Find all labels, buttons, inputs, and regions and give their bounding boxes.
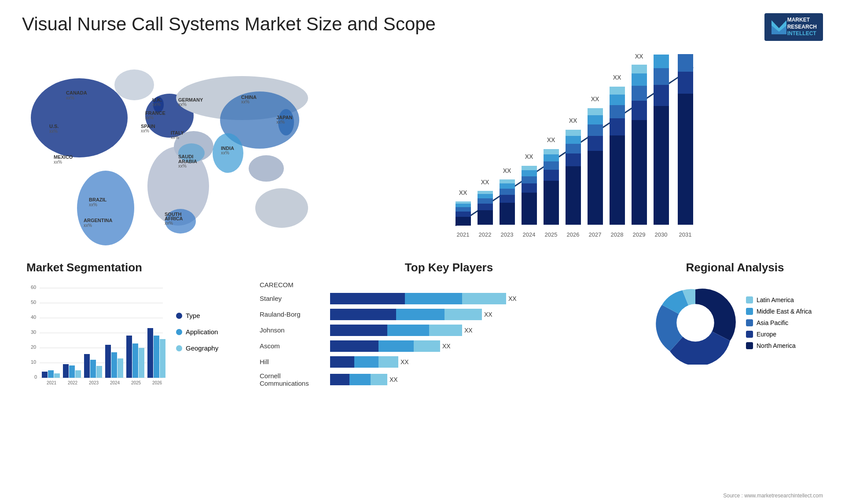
svg-text:xx%: xx% (152, 102, 161, 107)
svg-text:2031: 2031 (679, 231, 692, 238)
svg-text:xx%: xx% (178, 164, 187, 168)
svg-rect-116 (654, 68, 669, 85)
svg-rect-160 (160, 339, 165, 378)
svg-rect-117 (654, 55, 669, 68)
svg-rect-119 (678, 94, 693, 225)
latin-america-color (746, 296, 753, 303)
svg-rect-68 (500, 183, 515, 189)
svg-text:2022: 2022 (479, 231, 492, 238)
johnson-name: Johnson (260, 326, 330, 334)
svg-text:XX: XX (459, 189, 467, 196)
player-cornell: Cornell Communications XX (260, 372, 638, 387)
svg-rect-146 (84, 354, 90, 378)
svg-rect-147 (90, 360, 96, 378)
svg-rect-100 (610, 135, 625, 225)
rauland-name: Rauland-Borg (260, 310, 330, 318)
stanley-xx: XX (508, 295, 517, 302)
bar-chart-svg: XX 2021 XX 2022 XX 2023 (334, 54, 814, 248)
svg-text:2021: 2021 (457, 231, 470, 238)
svg-rect-109 (632, 86, 647, 101)
svg-rect-81 (544, 161, 559, 170)
type-dot (176, 313, 182, 319)
svg-text:2021: 2021 (47, 380, 57, 385)
svg-rect-83 (544, 149, 559, 154)
svg-rect-74 (522, 176, 537, 183)
svg-rect-82 (544, 154, 559, 161)
svg-rect-53 (456, 207, 471, 212)
logo-icon (771, 18, 787, 35)
europe-label: Europe (757, 331, 776, 338)
page-title: Visual Nurse Call Systems Market Size an… (22, 13, 436, 35)
svg-text:xx%: xx% (89, 202, 97, 207)
hill-bar (330, 356, 398, 368)
svg-text:0: 0 (34, 374, 37, 380)
map-section: CANADA xx% U.S. xx% MEXICO xx% BRAZIL xx… (22, 50, 321, 256)
svg-rect-140 (54, 373, 60, 378)
seg-legend: Type Application Geography (172, 281, 218, 387)
svg-rect-67 (500, 189, 515, 195)
svg-rect-52 (456, 212, 471, 217)
svg-rect-55 (456, 201, 471, 204)
segmentation-title: Market Segmentation (26, 261, 246, 274)
logo-text: MARKET RESEARCH INTELLECT (787, 17, 817, 37)
player-hill: Hill XX (260, 356, 638, 368)
svg-rect-156 (139, 348, 144, 378)
logo: MARKET RESEARCH INTELLECT (764, 13, 823, 41)
svg-text:10: 10 (31, 359, 36, 365)
svg-text:30: 30 (31, 329, 36, 335)
svg-text:xx%: xx% (276, 120, 285, 124)
cornell-xx: XX (389, 376, 398, 383)
svg-rect-158 (147, 328, 153, 378)
svg-rect-73 (522, 183, 537, 193)
asia-pacific-label: Asia Pacific (757, 319, 788, 326)
svg-text:2022: 2022 (68, 380, 78, 385)
north-america-label: North America (757, 342, 796, 349)
page: Visual Nurse Call Systems Market Size an… (0, 0, 845, 504)
svg-text:2025: 2025 (545, 231, 558, 238)
svg-rect-75 (522, 170, 537, 176)
key-players-title: Top Key Players (260, 261, 638, 274)
bar-seg2 (405, 293, 462, 304)
geo-dot (176, 345, 182, 351)
svg-text:XX: XX (569, 117, 577, 124)
svg-rect-121 (678, 54, 693, 72)
legend-app-label: Application (186, 328, 218, 336)
svg-rect-102 (610, 105, 625, 118)
cornell-bar (330, 374, 387, 385)
svg-rect-65 (500, 203, 515, 225)
svg-text:2023: 2023 (89, 380, 99, 385)
bottom-section: Market Segmentation 0 10 20 30 40 50 60 (22, 261, 823, 384)
svg-rect-79 (544, 181, 559, 225)
svg-rect-88 (566, 144, 581, 153)
svg-rect-72 (522, 193, 537, 225)
svg-text:BRAZIL: BRAZIL (89, 197, 107, 202)
top-section: CANADA xx% U.S. xx% MEXICO xx% BRAZIL xx… (22, 50, 823, 256)
regional-section: Regional Analysis (647, 261, 823, 384)
svg-text:2026: 2026 (567, 231, 580, 238)
svg-rect-58 (478, 210, 493, 225)
svg-text:20: 20 (31, 344, 36, 350)
svg-text:U.S.: U.S. (49, 124, 59, 129)
hill-xx: XX (400, 358, 409, 365)
svg-point-15 (255, 188, 308, 228)
legend-geo-label: Geography (186, 344, 218, 352)
svg-text:2025: 2025 (131, 380, 141, 385)
svg-text:50: 50 (31, 299, 36, 305)
stanley-name: Stanley (260, 295, 330, 302)
legend-europe: Europe (746, 331, 812, 338)
donut-chart (654, 281, 737, 365)
svg-text:xx%: xx% (66, 95, 74, 100)
svg-rect-87 (566, 153, 581, 166)
svg-rect-51 (456, 217, 471, 226)
svg-text:xx%: xx% (49, 129, 58, 134)
middle-east-color (746, 308, 753, 315)
source-text: Source : www.marketresearchintellect.com (723, 493, 823, 499)
svg-rect-159 (154, 336, 159, 378)
svg-text:xx%: xx% (178, 102, 187, 107)
svg-rect-155 (132, 343, 138, 378)
latin-america-label: Latin America (757, 296, 794, 303)
svg-rect-86 (566, 166, 581, 225)
svg-rect-96 (588, 115, 603, 124)
svg-rect-154 (126, 336, 132, 378)
stanley-bar (330, 293, 506, 304)
